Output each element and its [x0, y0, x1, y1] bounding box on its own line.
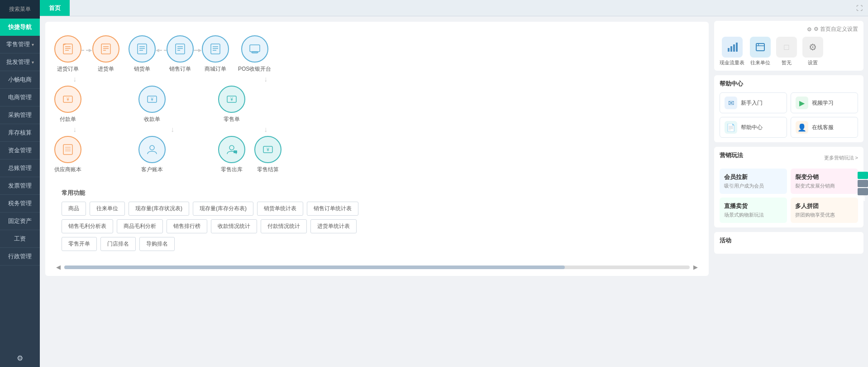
svg-text:¥: ¥: [150, 97, 153, 102]
payment-label: 付款单: [60, 116, 76, 123]
node-sales-order[interactable]: 销售订单: [167, 35, 194, 73]
help-grid: ✉ 新手入门 ▶ 视频学习 📄 帮助中心 👤 在线客服: [720, 92, 858, 138]
mkt-item-group[interactable]: 多人拼团 拼团购物享受优惠: [791, 198, 858, 223]
node-retail-out[interactable]: 零售出库: [218, 136, 245, 174]
svg-rect-8: [138, 44, 147, 54]
node-purchase-bill[interactable]: 进货单: [92, 35, 119, 73]
sidebar-quicknav[interactable]: 快捷导航: [0, 19, 40, 36]
marketing-card: 营销玩法 更多营销玩法 > 会员拉新 吸引用户成为会员 裂变分销 裂变式发展分销…: [714, 147, 863, 227]
sidebar-item-wholesale[interactable]: 批发管理 ▾: [0, 53, 40, 71]
fullscreen-button[interactable]: ⛶: [851, 1, 868, 15]
func-btn-guide-rank[interactable]: 导购排名: [139, 237, 175, 251]
help-center-card: 帮助中心 ✉ 新手入门 ▶ 视频学习 📄 帮助中心 👤: [714, 75, 863, 142]
func-btn-goods-profit[interactable]: 商品毛利分析: [117, 219, 163, 233]
func-btn-sales-rank[interactable]: 销售排行榜: [167, 219, 207, 233]
more-marketing-link[interactable]: 更多营销玩法 >: [824, 155, 858, 161]
main-area: 首页 ⛶ 进货订单: [40, 0, 868, 367]
func-btn-goods[interactable]: 商品: [62, 202, 86, 216]
sidebar-item-finance[interactable]: 资金管理: [0, 142, 40, 159]
mkt-live-desc: 场景式购物新玩法: [724, 212, 782, 218]
right-panel: ⚙ ⚙ 首页自定义设置 现金流量表 往来单位: [714, 16, 868, 367]
qa-label-cashflow: 现金流量表: [720, 59, 744, 66]
func-btn-purchase-stat[interactable]: 进货单统计表: [310, 219, 357, 233]
sales-order-icon: [167, 35, 194, 63]
svg-rect-38: [728, 48, 730, 52]
node-supplier-account[interactable]: 供应商账本: [54, 136, 81, 174]
node-mall-order[interactable]: 商城订单: [202, 35, 229, 73]
receipt-label: 收款单: [144, 116, 160, 123]
func-btn-receipt-stat[interactable]: 收款情况统计: [211, 219, 257, 233]
horizontal-scrollbar[interactable]: ◀ ▶: [54, 263, 700, 271]
qa-item-partner[interactable]: 往来单位: [750, 37, 771, 66]
beginner-label: 新手入门: [741, 99, 763, 107]
float-btn-community[interactable]: 服务社区: [858, 180, 868, 187]
flow-diagram-card: 进货订单 ▶ 进货单: [45, 22, 709, 276]
sidebar-item-purchase[interactable]: 采购管理: [0, 106, 40, 124]
sidebar-item-salary[interactable]: 工资: [0, 230, 40, 248]
func-btn-payment-stat[interactable]: 付款情况统计: [261, 219, 307, 233]
sidebar-search[interactable]: 搜索菜单: [0, 0, 40, 19]
node-sales-bill[interactable]: 销货单: [129, 35, 156, 73]
node-payment[interactable]: ¥ 付款单: [54, 86, 81, 123]
purchase-order-icon: [54, 35, 81, 63]
float-btn-desktop[interactable]: 桌面快捷: [858, 188, 868, 195]
help-item-helpcenter[interactable]: 📄 帮助中心: [720, 117, 787, 138]
float-btn-service[interactable]: 客服热线: [858, 172, 868, 179]
svg-point-34: [229, 145, 234, 150]
chevron-down-icon: ▾: [32, 42, 34, 47]
sidebar-item-fixed[interactable]: 固定资产: [0, 212, 40, 230]
marketing-grid: 会员拉新 吸引用户成为会员 裂变分销 裂变式发展分销商 直播卖货 场景式购物新玩…: [720, 169, 858, 223]
sidebar-item-label: 资金管理: [8, 146, 32, 155]
help-item-service[interactable]: 👤 在线客服: [791, 117, 858, 138]
mkt-item-fission[interactable]: 裂变分销 裂变式发展分销商: [791, 169, 858, 194]
settings-icon[interactable]: ⚙: [0, 349, 40, 367]
svg-rect-29: [63, 145, 72, 155]
tab-home[interactable]: 首页: [40, 0, 70, 16]
func-btn-retail-order[interactable]: 零售开单: [62, 237, 97, 251]
qa-item-cashflow[interactable]: 现金流量表: [720, 37, 744, 66]
marketing-title: 营销玩法: [720, 151, 743, 159]
mkt-member-title: 会员拉新: [724, 173, 782, 181]
func-btn-stock1[interactable]: 现存量(库存状况表): [129, 202, 189, 216]
qa-label-partner: 往来单位: [750, 59, 770, 66]
help-item-beginner[interactable]: ✉ 新手入门: [720, 92, 787, 113]
sidebar-item-general[interactable]: 总账管理: [0, 159, 40, 177]
sidebar-item-retail[interactable]: 零售管理 ▾: [0, 36, 40, 53]
mkt-item-live[interactable]: 直播卖货 场景式购物新玩法: [720, 198, 787, 223]
common-functions: 常用功能 商品 往来单位 现存量(库存状况表) 现存量(库存分布表) 销货单统计…: [54, 184, 700, 260]
mkt-item-member[interactable]: 会员拉新 吸引用户成为会员: [720, 169, 787, 194]
scroll-track[interactable]: [64, 266, 690, 269]
func-btn-sales-profit[interactable]: 销售毛利分析表: [62, 219, 113, 233]
sidebar-item-xiaochang[interactable]: 小畅电商: [0, 71, 40, 89]
func-btn-partner[interactable]: 往来单位: [90, 202, 125, 216]
sidebar-item-label: 库存核算: [8, 129, 32, 137]
scroll-left-arrow[interactable]: ◀: [54, 263, 62, 271]
node-pos[interactable]: POS收银开台: [238, 35, 271, 73]
sidebar-item-tax[interactable]: 税务管理: [0, 195, 40, 212]
sidebar-item-invoice[interactable]: 发票管理: [0, 177, 40, 195]
node-customer-account[interactable]: 客户账本: [138, 136, 166, 174]
func-btn-store-rank[interactable]: 门店排名: [100, 237, 136, 251]
func-btn-stock2[interactable]: 现存量(库存分布表): [193, 202, 253, 216]
mkt-member-desc: 吸引用户成为会员: [724, 183, 782, 189]
chevron-down-icon: ▾: [32, 60, 34, 65]
sidebar-item-ecom[interactable]: 电商管理: [0, 89, 40, 106]
mkt-live-title: 直播卖货: [724, 202, 782, 210]
func-btn-sales-order-stat[interactable]: 销售订单统计表: [307, 202, 358, 216]
func-grid-row1: 商品 往来单位 现存量(库存状况表) 现存量(库存分布表) 销货单统计表 销售订…: [62, 202, 692, 216]
scroll-right-arrow[interactable]: ▶: [692, 263, 700, 271]
left-panel: 进货订单 ▶ 进货单: [40, 16, 714, 367]
sidebar-item-inventory[interactable]: 库存核算: [0, 124, 40, 142]
node-receipt[interactable]: ¥ 收款单: [138, 86, 166, 123]
node-retail-settle[interactable]: ¥ 零售结算: [254, 136, 281, 174]
common-func-title: 常用功能: [62, 189, 692, 197]
node-retail-bill[interactable]: ¥ 零售单: [218, 86, 245, 123]
qa-item-settings[interactable]: ⚙ 设置: [802, 37, 823, 66]
help-item-video[interactable]: ▶ 视频学习: [791, 92, 858, 113]
sidebar-item-admin[interactable]: 行政管理: [0, 248, 40, 266]
node-purchase-order[interactable]: 进货订单: [54, 35, 81, 73]
sidebar-item-label: 税务管理: [8, 199, 32, 208]
func-btn-sales-stat[interactable]: 销货单统计表: [257, 202, 303, 216]
homepage-settings-label[interactable]: ⚙ 首页自定义设置: [814, 25, 858, 33]
service-label: 在线客服: [812, 124, 834, 131]
